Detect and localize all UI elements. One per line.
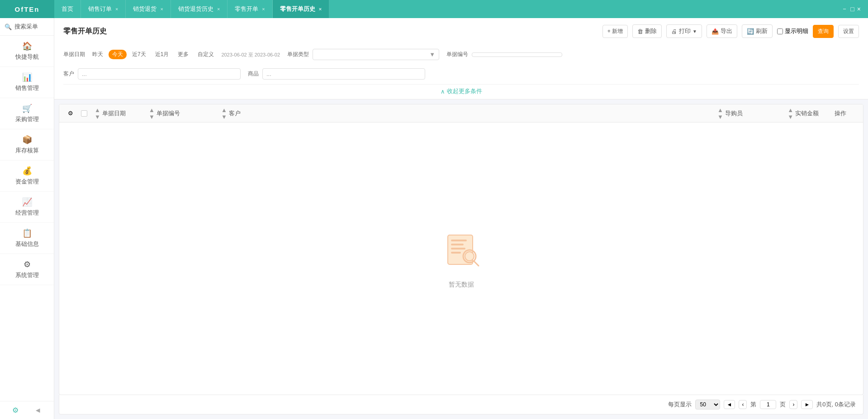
- prev-page-button[interactable]: ‹: [739, 400, 747, 409]
- sidebar-item-purchase-mgmt[interactable]: 🛒 采购管理: [0, 98, 54, 129]
- tab-sales-return-history-close[interactable]: ×: [217, 6, 220, 12]
- date-more-tab[interactable]: 更多: [174, 50, 192, 59]
- minimize-button[interactable]: －: [841, 5, 848, 13]
- th-date[interactable]: ▲▼ 单据日期: [91, 107, 145, 120]
- inventory-icon: 📦: [22, 135, 32, 145]
- collapse-sidebar-icon[interactable]: ◄: [34, 406, 42, 414]
- close-button[interactable]: ×: [857, 5, 861, 13]
- date-filter-label: 单据日期: [63, 51, 85, 58]
- delete-button[interactable]: 🗑 删除: [632, 24, 662, 38]
- goods-input[interactable]: ...: [262, 68, 425, 80]
- tab-sales-return-history[interactable]: 销货退货历史 ×: [171, 0, 228, 18]
- date-range-display: 2023-06-02 至 2023-06-02: [221, 52, 280, 58]
- th-amount-label: 实销金额: [795, 109, 819, 118]
- empty-state: 暂无数据: [59, 122, 863, 395]
- svg-rect-1: [451, 240, 467, 241]
- tab-retail-open-history-close[interactable]: ×: [319, 6, 322, 12]
- refresh-button[interactable]: 🔄 刷新: [742, 24, 773, 38]
- sidebar-item-inventory[interactable]: 📦 库存核算: [0, 129, 54, 160]
- sidebar-item-system[interactable]: ⚙ 系统管理: [0, 254, 54, 285]
- date-today-tab[interactable]: 今天: [109, 50, 127, 59]
- sidebar-bottom: ⚙ ◄: [0, 401, 54, 419]
- order-type-select[interactable]: ▼: [313, 49, 439, 60]
- home-icon: 🏠: [22, 41, 32, 51]
- sidebar-item-finance[interactable]: 💰 资金管理: [0, 160, 54, 192]
- tab-home[interactable]: 首页: [54, 0, 81, 18]
- purchase-icon: 🛒: [22, 104, 32, 113]
- table-settings-button[interactable]: ⚙: [64, 110, 77, 117]
- date-yesterday-tab[interactable]: 昨天: [89, 50, 107, 59]
- order-no-filter-group: 单据编号: [446, 51, 562, 58]
- th-customer[interactable]: ▲▼ 客户: [218, 107, 714, 120]
- page-header: 零售开单历史 + 新增 🗑 删除 🖨 打印 ▼ 📤 导出: [54, 18, 868, 99]
- tab-sales-order[interactable]: 销售订单 ×: [81, 0, 126, 18]
- sidebar-item-sales-mgmt[interactable]: 📊 销售管理: [0, 67, 54, 98]
- goods-filter-group: 商品 ...: [248, 68, 425, 80]
- tab-sales-return-label: 销货退货: [133, 5, 157, 13]
- th-action-label: 操作: [835, 109, 846, 118]
- th-guide[interactable]: ▲▼ 导购员: [714, 107, 768, 120]
- pagination-bar: 每页显示 10 20 50 100 ◄ ‹ 第 页 › ► 共0页, 0条记录: [59, 395, 863, 414]
- print-icon: 🖨: [671, 28, 677, 35]
- settings-filter-button[interactable]: 设置: [838, 25, 859, 38]
- date-sort-icon: ▲▼: [95, 107, 100, 120]
- empty-text: 暂无数据: [449, 281, 474, 289]
- order-type-arrow-icon: ▼: [429, 51, 435, 58]
- print-button[interactable]: 🖨 打印 ▼: [666, 24, 702, 38]
- delete-icon: 🗑: [637, 28, 643, 35]
- settings-bottom-icon[interactable]: ⚙: [12, 406, 19, 414]
- display-detail-checkbox[interactable]: 显示明细: [777, 27, 808, 35]
- export-button[interactable]: 📤 导出: [707, 24, 737, 38]
- sidebar-item-system-label: 系统管理: [15, 271, 39, 279]
- customer-placeholder: ...: [82, 71, 87, 77]
- th-action: 操作: [822, 109, 859, 118]
- order-no-input[interactable]: [472, 52, 562, 57]
- tab-sales-return-close[interactable]: ×: [160, 6, 163, 12]
- last-page-button[interactable]: ►: [801, 400, 813, 409]
- display-detail-check[interactable]: [777, 28, 783, 34]
- th-amount[interactable]: ▲▼ 实销金额: [768, 107, 822, 120]
- tab-sales-return[interactable]: 销货退货 ×: [126, 0, 171, 18]
- tab-retail-open-close[interactable]: ×: [262, 6, 265, 12]
- add-button[interactable]: + 新增: [602, 25, 628, 38]
- window-controls: － □ ×: [841, 5, 868, 13]
- sidebar: 🔍 搜索采单 🏠 快捷导航 📊 销售管理 🛒 采购管理 📦 库存核算 💰 资金管…: [0, 18, 54, 419]
- customer-label: 客户: [63, 70, 74, 78]
- maximize-button[interactable]: □: [850, 5, 854, 13]
- tab-retail-open-history[interactable]: 零售开单历史 ×: [273, 0, 329, 18]
- sidebar-item-base-info[interactable]: 📋 基础信息: [0, 223, 54, 254]
- content-area: 零售开单历史 + 新增 🗑 删除 🖨 打印 ▼ 📤 导出: [54, 18, 868, 419]
- page-size-select[interactable]: 10 20 50 100: [695, 400, 720, 410]
- query-button[interactable]: 查询: [813, 25, 834, 38]
- sidebar-item-quick-nav[interactable]: 🏠 快捷导航: [0, 36, 54, 67]
- page-suffix: 页: [780, 400, 786, 409]
- next-page-button[interactable]: ›: [789, 400, 797, 409]
- sidebar-item-operations[interactable]: 📈 经营管理: [0, 192, 54, 223]
- collapse-bar[interactable]: ∧ 收起更多条件: [63, 84, 859, 99]
- date-tabs: 昨天 今天 近7天 近1月 更多 自定义: [89, 50, 218, 59]
- sidebar-search-label: 搜索采单: [14, 23, 38, 31]
- filters-row-1: 单据日期 昨天 今天 近7天 近1月 更多 自定义 2023-06-02 至 2…: [63, 44, 859, 65]
- sidebar-item-base-info-label: 基础信息: [15, 240, 39, 248]
- page-title: 零售开单历史: [63, 27, 107, 36]
- tab-sales-order-close[interactable]: ×: [115, 6, 118, 12]
- goods-placeholder: ...: [266, 71, 271, 77]
- export-icon: 📤: [711, 28, 719, 35]
- table-select-all[interactable]: [77, 110, 91, 117]
- date-7days-tab[interactable]: 近7天: [128, 50, 150, 59]
- goods-label: 商品: [248, 70, 259, 78]
- sidebar-search[interactable]: 🔍 搜索采单: [0, 18, 54, 36]
- page-label: 第: [750, 400, 756, 409]
- export-label: 导出: [721, 27, 732, 35]
- sidebar-item-quick-nav-label: 快捷导航: [15, 53, 39, 61]
- date-custom-tab[interactable]: 自定义: [194, 50, 218, 59]
- th-order-no[interactable]: ▲▼ 单据编号: [145, 107, 218, 120]
- customer-input[interactable]: ...: [78, 68, 241, 80]
- select-all-checkbox[interactable]: [81, 110, 87, 117]
- guide-sort-icon: ▲▼: [717, 107, 723, 120]
- page-number-input[interactable]: [760, 400, 776, 409]
- tab-retail-open[interactable]: 零售开单 ×: [228, 0, 272, 18]
- first-page-button[interactable]: ◄: [724, 400, 735, 409]
- svg-line-7: [474, 261, 479, 266]
- date-1month-tab[interactable]: 近1月: [152, 50, 173, 59]
